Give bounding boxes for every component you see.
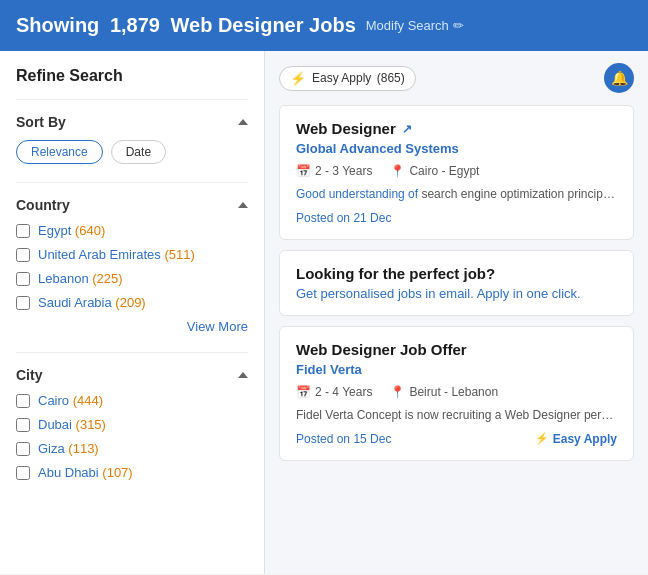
- experience-value-2: 2 - 4 Years: [315, 385, 372, 399]
- city-dubai-checkbox[interactable]: [16, 418, 30, 432]
- city-abudhabi-checkbox[interactable]: [16, 466, 30, 480]
- city-abudhabi-label: Abu Dhabi (107): [38, 465, 133, 480]
- posted-date-2: Posted on 15 Dec: [296, 432, 391, 446]
- country-header: Country: [16, 197, 248, 213]
- city-cairo-checkbox[interactable]: [16, 394, 30, 408]
- sort-buttons: Relevance Date: [16, 140, 248, 164]
- country-lebanon[interactable]: Lebanon (225): [16, 271, 248, 286]
- city-header: City: [16, 367, 248, 383]
- job-type: Web Designer Jobs: [171, 14, 356, 36]
- location-value-1: Cairo - Egypt: [409, 164, 479, 178]
- job-desc-2: Fidel Verta Concept is now recruiting a …: [296, 407, 617, 424]
- easy-apply-tag-label: Easy Apply (865): [312, 71, 405, 85]
- modify-search-link[interactable]: Modify Search ✏: [366, 18, 464, 33]
- sort-date-button[interactable]: Date: [111, 140, 166, 164]
- job-card-2: Web Designer Job Offer Fidel Verta 📅 2 -…: [279, 326, 634, 461]
- country-lebanon-label: Lebanon (225): [38, 271, 123, 286]
- experience-value-1: 2 - 3 Years: [315, 164, 372, 178]
- sort-by-label: Sort By: [16, 114, 66, 130]
- city-giza[interactable]: Giza (113): [16, 441, 248, 456]
- country-uae-label: United Arab Emirates (511): [38, 247, 195, 262]
- job-desc-1: Good understanding of search engine opti…: [296, 186, 617, 203]
- pencil-icon: ✏: [453, 18, 464, 33]
- job-title-text-1: Web Designer: [296, 120, 396, 137]
- main-layout: Refine Search Sort By Relevance Date Cou…: [0, 51, 648, 574]
- job-card-1: Web Designer ↗ Global Advanced Systems 📅…: [279, 105, 634, 240]
- location-value-2: Beirut - Lebanon: [409, 385, 498, 399]
- city-section: City Cairo (444) Dubai (315) Giza (113) …: [16, 352, 248, 480]
- city-cairo-label: Cairo (444): [38, 393, 103, 408]
- calendar-icon-1: 📅: [296, 164, 311, 178]
- country-section: Country Egypt (640) United Arab Emirates…: [16, 182, 248, 334]
- header: Showing 1,879 Web Designer Jobs Modify S…: [0, 0, 648, 51]
- job-meta-2: 📅 2 - 4 Years 📍 Beirut - Lebanon: [296, 385, 617, 399]
- page-title: Showing 1,879 Web Designer Jobs: [16, 14, 356, 37]
- country-uae-checkbox[interactable]: [16, 248, 30, 262]
- city-abudhabi[interactable]: Abu Dhabi (107): [16, 465, 248, 480]
- divider-2: [16, 182, 248, 183]
- company-name-2: Fidel Verta: [296, 362, 617, 377]
- country-lebanon-checkbox[interactable]: [16, 272, 30, 286]
- city-chevron-icon: [238, 372, 248, 378]
- city-cairo[interactable]: Cairo (444): [16, 393, 248, 408]
- job-footer-2: Posted on 15 Dec ⚡ Easy Apply: [296, 432, 617, 446]
- divider-3: [16, 352, 248, 353]
- lightning-icon: ⚡: [290, 71, 306, 86]
- experience-meta-2: 📅 2 - 4 Years: [296, 385, 372, 399]
- country-egypt-label: Egypt (640): [38, 223, 105, 238]
- sidebar: Refine Search Sort By Relevance Date Cou…: [0, 51, 265, 574]
- job-meta-1: 📅 2 - 3 Years 📍 Cairo - Egypt: [296, 164, 617, 178]
- city-dubai[interactable]: Dubai (315): [16, 417, 248, 432]
- country-label: Country: [16, 197, 70, 213]
- sort-by-header: Sort By: [16, 114, 248, 130]
- city-label: City: [16, 367, 42, 383]
- location-icon-1: 📍: [390, 164, 405, 178]
- content-area: ⚡ Easy Apply (865) 🔔 Web Designer ↗ Glob…: [265, 51, 648, 574]
- desc-highlight-1: Good understanding of: [296, 187, 421, 201]
- calendar-icon-2: 📅: [296, 385, 311, 399]
- showing-prefix: Showing: [16, 14, 99, 36]
- easy-apply-filter-tag[interactable]: ⚡ Easy Apply (865): [279, 66, 416, 91]
- country-saudi-label: Saudi Arabia (209): [38, 295, 146, 310]
- location-meta-2: 📍 Beirut - Lebanon: [390, 385, 498, 399]
- divider-1: [16, 99, 248, 100]
- job-title-text-2: Web Designer Job Offer: [296, 341, 467, 358]
- country-chevron-icon: [238, 202, 248, 208]
- posted-date-1: Posted on 21 Dec: [296, 211, 617, 225]
- company-name-1: Global Advanced Systems: [296, 141, 617, 156]
- filter-bar: ⚡ Easy Apply (865) 🔔: [279, 63, 634, 93]
- easy-apply-badge-2: ⚡ Easy Apply: [535, 432, 617, 446]
- modify-search-label: Modify Search: [366, 18, 449, 33]
- country-egypt-checkbox[interactable]: [16, 224, 30, 238]
- country-egypt[interactable]: Egypt (640): [16, 223, 248, 238]
- sort-by-section: Sort By Relevance Date: [16, 99, 248, 164]
- country-saudi[interactable]: Saudi Arabia (209): [16, 295, 248, 310]
- external-link-icon-1[interactable]: ↗: [402, 122, 412, 136]
- experience-meta-1: 📅 2 - 3 Years: [296, 164, 372, 178]
- location-icon-2: 📍: [390, 385, 405, 399]
- sort-by-chevron-icon: [238, 119, 248, 125]
- country-uae[interactable]: United Arab Emirates (511): [16, 247, 248, 262]
- easy-apply-badge-label: Easy Apply: [553, 432, 617, 446]
- bell-icon: 🔔: [611, 70, 628, 86]
- sidebar-title: Refine Search: [16, 67, 248, 85]
- lightning-badge-icon: ⚡: [535, 432, 549, 445]
- promo-card: Looking for the perfect job? Get persona…: [279, 250, 634, 316]
- country-saudi-checkbox[interactable]: [16, 296, 30, 310]
- job-count: 1,879: [110, 14, 160, 36]
- easy-apply-count: (865): [377, 71, 405, 85]
- city-giza-label: Giza (113): [38, 441, 99, 456]
- promo-description[interactable]: Get personalised jobs in email. Apply in…: [296, 286, 617, 301]
- notification-bell-button[interactable]: 🔔: [604, 63, 634, 93]
- easy-apply-label: Easy Apply: [312, 71, 371, 85]
- promo-title: Looking for the perfect job?: [296, 265, 617, 282]
- location-meta-1: 📍 Cairo - Egypt: [390, 164, 479, 178]
- country-view-more[interactable]: View More: [16, 319, 248, 334]
- sort-relevance-button[interactable]: Relevance: [16, 140, 103, 164]
- job-title-2: Web Designer Job Offer: [296, 341, 617, 358]
- city-dubai-label: Dubai (315): [38, 417, 106, 432]
- job-title-1: Web Designer ↗: [296, 120, 617, 137]
- city-giza-checkbox[interactable]: [16, 442, 30, 456]
